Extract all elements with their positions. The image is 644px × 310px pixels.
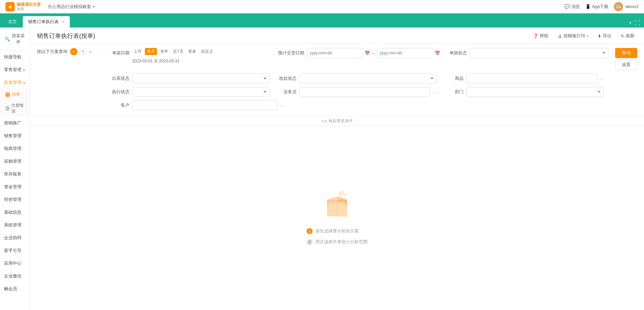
tab-bar-actions: × ⛶ [629, 20, 644, 28]
exec-status-select[interactable] [132, 87, 270, 97]
collapse-bar[interactable]: ∧∧ 收起更多条件 [30, 116, 644, 126]
sidebar-item-corp-wechat[interactable]: 企业微信 [0, 270, 30, 282]
goods-input[interactable] [466, 73, 597, 84]
settings-button[interactable]: 设置 [615, 59, 637, 70]
filter-row-3: 执行状态 业务员 ··· 部门 [109, 87, 637, 97]
page-header-top: 销售订单执行表(按单) ❓ 帮助 🖨 按模板打印 ▾ ⬇ 导出 [37, 32, 637, 44]
filter-expected-date-group: 预计交货日期 📅 — 📅 [278, 48, 440, 58]
preset-this-month[interactable]: 本月 [145, 48, 157, 55]
sidebar-item-system[interactable]: 系统管理 [0, 219, 30, 231]
retail-expand-icon: ▶ [23, 68, 26, 72]
help-button[interactable]: ❓ 帮助 [530, 32, 551, 40]
tab-close-all-icon[interactable]: × [629, 20, 632, 26]
preset-this-year[interactable]: 本年 [159, 48, 170, 55]
date-presets: 上月 本月 本年 近7天 更多 自定义 [132, 48, 271, 55]
empty-tip-1: 1 请先选择要分析的方案 [307, 227, 368, 236]
preset-last-month[interactable]: 上月 [132, 48, 143, 55]
preset-more[interactable]: 更多 [187, 48, 198, 55]
tab-sales-order[interactable]: 销售订单执行表 × [23, 16, 70, 28]
page-header: 销售订单执行表(按单) ❓ 帮助 🖨 按模板打印 ▾ ⬇ 导出 [30, 28, 644, 44]
expected-date-to-input[interactable] [377, 48, 433, 58]
print-button[interactable]: 🖨 按模板打印 ▾ [555, 32, 591, 40]
filter-action-buttons: 查询 设置 [615, 48, 637, 70]
salesperson-input[interactable] [299, 87, 430, 97]
sidebar-item-finance[interactable]: 资金管理 [0, 180, 30, 193]
customer-input[interactable] [132, 100, 277, 110]
sidebar-item-operations[interactable]: 经营管理 [0, 193, 30, 206]
tab-fullscreen-icon[interactable]: ⛶ [635, 20, 640, 26]
sidebar-item-inventory[interactable]: 库存核算 [0, 168, 30, 180]
message-button[interactable]: 💬 消息 [565, 4, 580, 10]
tab-bar: 首页 销售订单执行表 × × ⛶ [0, 13, 644, 28]
expected-date-to-calendar-icon[interactable]: 📅 [435, 51, 440, 56]
search-button[interactable]: 查询 [615, 48, 637, 58]
filter-customer-label: 客户 [109, 102, 129, 108]
filter-section: 按以下方案查询 + ✎ « [37, 48, 637, 112]
sidebar-item-enterprise[interactable]: 企业协同 [0, 231, 30, 244]
filter-exec-status-group: 执行状态 [109, 87, 270, 97]
sidebar-item-basic-info[interactable]: 基础信息 [0, 206, 30, 219]
sidebar-item-app-center[interactable]: 应用中心 [0, 257, 30, 270]
refresh-button[interactable]: ↻ 刷新 [618, 32, 637, 40]
payment-status-select[interactable] [299, 73, 437, 84]
sidebar-item-member[interactable]: 畅会员 [0, 282, 30, 295]
message-icon: 💬 [565, 4, 570, 9]
ship-status-select[interactable] [132, 73, 270, 84]
goods-more-icon[interactable]: ··· [600, 76, 604, 81]
filter-dept-group: 部门 [443, 87, 604, 97]
sidebar-item-sales-mgmt[interactable]: 销售管理 [0, 130, 30, 142]
page-header-actions: ❓ 帮助 🖨 按模板打印 ▾ ⬇ 导出 ↻ 刷新 [530, 32, 637, 40]
app-download-button[interactable]: 📱 App下载 [585, 4, 608, 10]
filter-date-label: 单据日期 [109, 48, 129, 56]
filter-row-2: 出库状态 收款状态 商品 [109, 73, 637, 84]
filter-expected-date-label: 预计交货日期 [278, 50, 304, 56]
filter-date-group: 单据日期 上月 本月 本年 近7天 更多 自定义 20 [109, 48, 271, 64]
dept-select[interactable] [466, 87, 604, 97]
avatar: Ea [614, 2, 623, 11]
sidebar-search-button[interactable]: 🔍 搜索菜单 [3, 31, 27, 47]
edit-scheme-button[interactable]: ✎ [79, 48, 87, 55]
sidebar-item-retail-mgmt[interactable]: 零售管理 ▶ [0, 63, 30, 76]
customer-more-icon[interactable]: ··· [280, 103, 284, 108]
salesperson-more-icon[interactable]: ··· [433, 90, 437, 95]
collapse-scheme-button[interactable]: « [89, 49, 92, 55]
filter-scheme-label: 按以下方案查询 [37, 49, 67, 55]
user-menu[interactable]: Ea demo2 [614, 2, 639, 11]
filter-doc-status-label: 单据状态 [447, 50, 467, 56]
tab-close-icon[interactable]: × [62, 19, 64, 24]
doc-status-select[interactable] [470, 48, 609, 58]
breadcrumb-text: 办公用品行业模拟账套 [48, 4, 91, 10]
expected-date-from-calendar-icon[interactable]: 📅 [365, 51, 370, 56]
sidebar-item-ecommerce[interactable]: 电商管理 [0, 142, 30, 155]
filter-dept-label: 部门 [443, 89, 464, 95]
filter-payment-status-label: 收款状态 [276, 75, 297, 82]
filter-exec-status-label: 执行状态 [109, 89, 129, 95]
sidebar-label-enterprise: 企业协同 [4, 235, 21, 241]
sidebar-item-marketing[interactable]: 营销推广 [0, 117, 30, 130]
sidebar-subitem-sales-order[interactable]: 按 按单 [0, 89, 30, 100]
sidebar-label-wholesale: 批发管理 [4, 80, 21, 86]
sidebar-subitem-debt[interactable]: 欠 欠货情况 [0, 100, 30, 117]
sidebar-item-quick-nav[interactable]: 快捷导航 [0, 51, 30, 63]
tab-home[interactable]: 首页 [3, 16, 22, 28]
tip-text-1: 请先选择要分析的方案 [315, 227, 359, 236]
expected-date-from-input[interactable] [307, 48, 363, 58]
empty-illustration [320, 188, 354, 221]
logo-sub-text: 标版 [17, 7, 41, 11]
sidebar-search-area: 🔍 搜索菜单 [0, 28, 30, 51]
preset-custom[interactable]: 自定义 [200, 48, 214, 55]
refresh-icon: ↻ [621, 34, 625, 39]
top-bar-right: 💬 消息 📱 App下载 Ea demo2 [565, 2, 639, 11]
edit-icon: ✎ [82, 49, 85, 54]
tip-text-2: 用过滤条件来缩小分析范围 [315, 238, 368, 246]
add-scheme-button[interactable]: + [70, 48, 77, 55]
help-icon: ❓ [533, 34, 538, 39]
breadcrumb-chevron-icon[interactable]: ▾ [93, 4, 95, 9]
sidebar-item-wholesale-mgmt[interactable]: 批发管理 ▲ [0, 76, 30, 89]
logo-icon: 畅 [5, 2, 15, 11]
export-button[interactable]: ⬇ 导出 [595, 32, 614, 40]
preset-last-7-days[interactable]: 近7天 [172, 48, 185, 55]
sidebar-item-purchase[interactable]: 采购管理 [0, 155, 30, 168]
filter-ship-status-group: 出库状态 [109, 73, 270, 84]
sidebar-item-newbie[interactable]: 新手引导 [0, 244, 30, 257]
